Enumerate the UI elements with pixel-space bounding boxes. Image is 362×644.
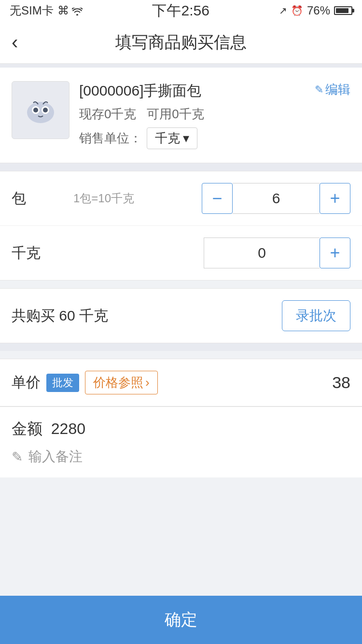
package-plus-button[interactable]: + — [320, 183, 350, 214]
remark-row[interactable]: ✎ 输入备注 — [12, 448, 350, 466]
kg-label: 千克 — [12, 243, 70, 263]
alarm-icon: ⏰ — [291, 5, 303, 16]
price-tag: 批发 — [46, 374, 79, 392]
kg-row: 千克 + — [0, 226, 362, 280]
edit-button[interactable]: ✎ 编辑 — [315, 81, 350, 98]
remark-icon: ✎ — [12, 449, 23, 465]
amount-section: 金额 2280 ✎ 输入备注 — [0, 406, 362, 477]
package-minus-button[interactable]: − — [202, 183, 233, 214]
product-stock: 现存0千克 可用0千克 — [79, 106, 350, 123]
confirm-button[interactable]: 确定 — [165, 609, 197, 631]
price-ref-button[interactable]: 价格参照 › — [85, 371, 158, 394]
product-image — [12, 81, 70, 139]
product-name: [0000006]手撕面包 — [79, 81, 350, 101]
package-row: 包 1包=10千克 − + — [0, 171, 362, 226]
package-hint: 1包=10千克 — [73, 191, 134, 206]
status-right: ↗ ⏰ 76% — [279, 4, 352, 17]
wifi-icon: ⌘ — [57, 4, 83, 17]
svg-point-0 — [27, 102, 54, 123]
nav-bar: ‹ 填写商品购买信息 — [0, 21, 362, 64]
kg-plus-button[interactable]: + — [320, 238, 350, 268]
svg-point-3 — [33, 108, 38, 112]
price-value: 38 — [332, 373, 350, 392]
price-label: 单价 — [12, 373, 41, 392]
battery-icon — [334, 6, 352, 15]
input-section: 包 1包=10千克 − + 千克 + — [0, 171, 362, 280]
package-input[interactable] — [233, 183, 320, 214]
section-divider-2 — [0, 343, 362, 351]
status-time: 下午2:56 — [152, 1, 209, 21]
product-card: [0000006]手撕面包 现存0千克 可用0千克 销售单位： 千克 ▾ ✎ 编… — [0, 64, 362, 163]
kg-stepper: + — [204, 238, 350, 268]
status-left: 无SIM卡 ⌘ — [10, 3, 83, 18]
section-divider — [0, 163, 362, 171]
page-title: 填写商品购买信息 — [115, 31, 247, 54]
amount-text: 金额 2280 — [12, 419, 350, 440]
price-section: 单价 批发 价格参照 › 38 — [0, 359, 362, 406]
unit-selector[interactable]: 千克 ▾ — [147, 127, 197, 149]
package-label: 包 — [12, 189, 70, 209]
battery-percent: 76% — [307, 4, 330, 17]
confirm-bar[interactable]: 确定 — [0, 596, 362, 644]
package-stepper: − + — [202, 183, 350, 214]
kg-input[interactable] — [204, 238, 320, 268]
batch-button[interactable]: 录批次 — [282, 300, 350, 331]
svg-point-4 — [43, 108, 48, 112]
remark-text: 输入备注 — [28, 448, 83, 466]
product-info: [0000006]手撕面包 现存0千克 可用0千克 销售单位： 千克 ▾ — [79, 81, 350, 149]
summary-text: 共购买 60 千克 — [12, 306, 108, 326]
carrier-text: 无SIM卡 — [10, 3, 54, 18]
status-bar: 无SIM卡 ⌘ 下午2:56 ↗ ⏰ 76% — [0, 0, 362, 21]
location-icon: ↗ — [279, 5, 287, 16]
product-unit-row: 销售单位： 千克 ▾ — [79, 127, 350, 149]
back-button[interactable]: ‹ — [12, 31, 18, 53]
summary-row: 共购买 60 千克 录批次 — [0, 288, 362, 343]
